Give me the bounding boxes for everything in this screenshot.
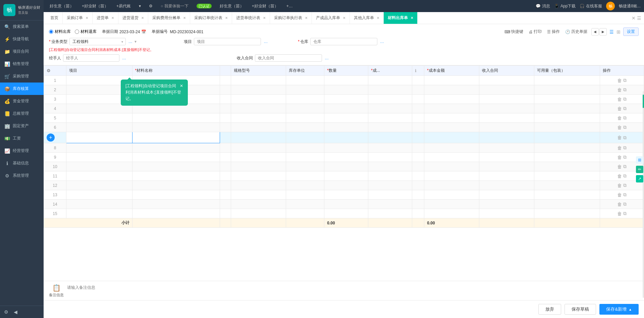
delete-row-btn[interactable]: 🗑 bbox=[617, 164, 622, 169]
collapse-icon[interactable]: ◀ bbox=[14, 309, 17, 315]
close-tab-purchase-fee[interactable]: ✕ bbox=[183, 16, 186, 20]
cell-material-active[interactable] bbox=[132, 132, 220, 143]
user-avatar[interactable]: 畅 bbox=[606, 2, 615, 10]
close-tab-receipt-return[interactable]: ✕ bbox=[141, 16, 144, 20]
notes-input[interactable] bbox=[67, 284, 639, 291]
header-experience-btn[interactable]: ○ 我要体验一下 bbox=[158, 3, 191, 9]
header-settings-icon[interactable]: ⚙ bbox=[146, 4, 155, 8]
header-haoyecai2[interactable]: +好业财（苗） bbox=[249, 3, 281, 9]
cell-cost-amount[interactable] bbox=[424, 85, 479, 95]
delete-row-btn[interactable]: 🗑 bbox=[617, 97, 622, 102]
copy-row-btn[interactable]: ⧉ bbox=[623, 211, 627, 216]
sidebar-item-finance[interactable]: 💰 资金管理 bbox=[0, 95, 44, 107]
save-new-button[interactable]: 保存&新增 ▲ bbox=[599, 304, 639, 315]
project-input[interactable] bbox=[194, 38, 261, 45]
tab-product-instock[interactable]: 产成品入库单 ✕ bbox=[312, 12, 350, 24]
sidebar-item-project[interactable]: 📁 项目合同 bbox=[0, 45, 44, 58]
calendar-icon[interactable]: 📅 bbox=[141, 30, 146, 34]
date-value[interactable]: 2023-03-24 bbox=[119, 30, 140, 34]
side-tool-1[interactable]: ⊞ bbox=[636, 156, 643, 164]
operate-btn[interactable]: ☰ 操作 bbox=[546, 28, 561, 35]
sidebar-item-salary[interactable]: 💵 工资 bbox=[0, 132, 44, 145]
save-draft-button[interactable]: 保存草稿 bbox=[565, 304, 596, 315]
tab-material-outstock[interactable]: 材料出库单 ✕ bbox=[384, 12, 418, 24]
view-toggle-list[interactable]: ☰ bbox=[609, 29, 614, 35]
cell-spec[interactable] bbox=[231, 85, 286, 95]
delete-row-btn[interactable]: 🗑 bbox=[617, 115, 622, 121]
col-settings-icon[interactable]: ⚙ bbox=[47, 68, 51, 73]
tab-other-instock[interactable]: 其他入库单 ✕ bbox=[350, 12, 384, 24]
sidebar-item-quicknav[interactable]: ⚡ 快捷导航 bbox=[0, 33, 44, 45]
cell-cost-amount[interactable] bbox=[424, 76, 479, 85]
radio-return[interactable]: 材料退库 bbox=[75, 29, 97, 35]
tab-receipt[interactable]: 进货单 ✕ bbox=[93, 12, 118, 24]
tab-purchase-stat[interactable]: 采购订单统计表 ✕ bbox=[190, 12, 232, 24]
sidebar-item-assets[interactable]: 🏢 固定资产 bbox=[0, 120, 44, 132]
copy-row-btn[interactable]: ⧉ bbox=[623, 145, 627, 151]
delete-row-btn[interactable]: 🗑 bbox=[617, 211, 622, 216]
save-dropdown-arrow[interactable]: ▲ bbox=[629, 308, 632, 311]
copy-row-btn[interactable]: ⧉ bbox=[623, 164, 627, 169]
cell-spec[interactable] bbox=[231, 76, 286, 85]
copy-row-btn[interactable]: ⧉ bbox=[623, 201, 627, 207]
tab-purchase-exec[interactable]: 采购订单执行表 ✕ bbox=[270, 12, 312, 24]
copy-row-btn[interactable]: ⧉ bbox=[623, 182, 627, 188]
copy-row-btn[interactable]: ⧉ bbox=[623, 77, 627, 83]
message-btn[interactable]: 💬 消息 bbox=[536, 3, 550, 9]
business-type-ellipsis[interactable]: … bbox=[128, 39, 132, 44]
prev-page-btn[interactable]: ◀ bbox=[591, 28, 599, 36]
copy-row-btn[interactable]: ⧉ bbox=[623, 135, 627, 141]
delete-row-btn[interactable]: 🗑 bbox=[617, 145, 622, 151]
warehouse-input[interactable] bbox=[310, 38, 377, 45]
business-type-input[interactable] bbox=[69, 38, 126, 45]
sidebar-item-search[interactable]: 🔍 搜索菜单 bbox=[0, 20, 44, 33]
history-btn[interactable]: 🕐 历史单据 bbox=[564, 28, 589, 35]
next-page-btn[interactable]: ▶ bbox=[599, 28, 607, 36]
delete-row-btn[interactable]: 🗑 bbox=[617, 78, 622, 83]
tooltip-close-btn[interactable]: ✕ bbox=[180, 83, 183, 89]
settings-button[interactable]: 设置 bbox=[623, 28, 639, 36]
tab-home[interactable]: 首页 bbox=[46, 12, 63, 24]
shortcut-key-btn[interactable]: ⌨ 快捷键 bbox=[503, 28, 525, 35]
close-all-tabs[interactable]: ✕ bbox=[632, 15, 636, 21]
cell-quantity[interactable] bbox=[324, 85, 368, 95]
sidebar-item-ledger[interactable]: 📒 总账管理 bbox=[0, 107, 44, 120]
copy-row-btn[interactable]: ⧉ bbox=[623, 154, 627, 160]
cell-cost-price[interactable] bbox=[368, 85, 412, 95]
close-tab-receipt-stat[interactable]: ✕ bbox=[263, 16, 266, 20]
cell-unit[interactable] bbox=[286, 85, 324, 95]
copy-row-btn[interactable]: ⧉ bbox=[623, 124, 627, 130]
sidebar-item-sales[interactable]: 📊 销售管理 bbox=[0, 58, 44, 70]
delete-row-btn[interactable]: 🗑 bbox=[617, 202, 622, 207]
delete-row-btn[interactable]: 🗑 bbox=[617, 183, 622, 188]
delete-row-btn[interactable]: 🗑 bbox=[617, 173, 622, 179]
col-settings[interactable]: ⚙ bbox=[44, 66, 66, 76]
delete-row-btn[interactable]: 🗑 bbox=[617, 106, 622, 111]
cell-unit[interactable] bbox=[286, 76, 324, 85]
online-service-btn[interactable]: 🎧 在线客服 bbox=[580, 3, 602, 9]
delete-row-btn[interactable]: 🗑 bbox=[617, 125, 622, 130]
delete-row-btn[interactable]: 🗑 bbox=[617, 155, 622, 160]
copy-row-btn[interactable]: ⧉ bbox=[623, 106, 627, 111]
income-contract-ellipsis[interactable]: … bbox=[325, 56, 329, 60]
add-row-button[interactable]: + bbox=[47, 134, 55, 142]
tab-receipt-return[interactable]: 进货退货 ✕ bbox=[118, 12, 148, 24]
bill-no-value[interactable]: MD-20230324-001 bbox=[170, 30, 203, 34]
copy-row-btn[interactable]: ⧉ bbox=[623, 173, 627, 179]
close-tab-other-instock[interactable]: ✕ bbox=[377, 16, 379, 20]
sidebar-item-operations[interactable]: 📈 经营管理 bbox=[0, 145, 44, 157]
header-yidaizhang[interactable]: +易代账 bbox=[114, 3, 133, 9]
sidebar-item-system[interactable]: ⚙ 系统管理 bbox=[0, 169, 44, 182]
close-tab-purchase-stat[interactable]: ✕ bbox=[225, 16, 228, 20]
close-tab-material-outstock[interactable]: ✕ bbox=[411, 16, 413, 20]
close-tab-purchase-order[interactable]: ✕ bbox=[86, 16, 88, 20]
delete-row-btn[interactable]: 🗑 bbox=[617, 192, 622, 198]
header-dropdown[interactable]: ▾ bbox=[136, 4, 144, 8]
copy-row-btn[interactable]: ⧉ bbox=[623, 192, 627, 198]
gear-icon[interactable]: ⚙ bbox=[4, 309, 8, 315]
copy-row-btn[interactable]: ⧉ bbox=[623, 87, 627, 93]
close-tab-product-instock[interactable]: ✕ bbox=[343, 16, 345, 20]
cell-quantity[interactable] bbox=[324, 76, 368, 85]
cell-income-contract[interactable] bbox=[479, 76, 534, 85]
copy-row-btn[interactable]: ⧉ bbox=[623, 115, 627, 121]
